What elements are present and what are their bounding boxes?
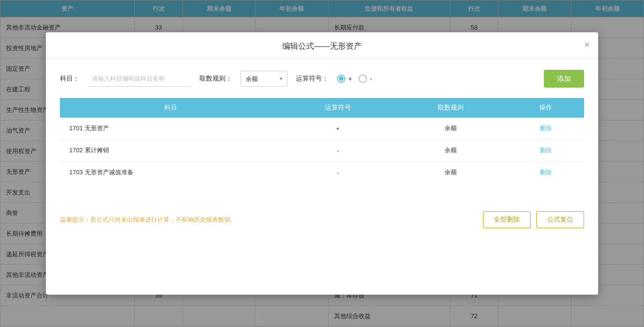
rule-select[interactable]: 余额 借方 贷方 借方发生额 贷方发生额 [241,71,287,87]
modal-overlay: 编辑公式——无形资产 × 科目： 取数规则： 余额 借方 贷方 借方发生额 贷方… [0,0,644,327]
table-row: 1703 无形资产减值准备 - 余额 删除 [60,162,584,184]
cell-rule: 余额 [394,118,507,140]
hint-text: 温馨提示：新公式只对未出报表进行计算，不影响历史报表数据。 [60,216,236,224]
formula-form-row: 科目： 取数规则： 余额 借方 贷方 借方发生额 贷方发生额 ▼ 运算符号： [60,70,584,88]
modal-body: 科目： 取数规则： 余额 借方 贷方 借方发生额 贷方发生额 ▼ 运算符号： [46,59,598,204]
cell-subject: 1701 无形资产 [60,118,281,140]
cell-action: 删除 [507,118,584,140]
cell-rule: 余额 [394,140,507,162]
operator-minus-radio[interactable]: - [359,74,372,83]
modal-header: 编辑公式——无形资产 × [46,32,598,59]
cell-action: 删除 [507,140,584,162]
delete-row-link[interactable]: 删除 [540,125,552,132]
modal-footer: 温馨提示：新公式只对未出报表进行计算，不影响历史报表数据。 全部删除 公式复位 [46,204,598,239]
subject-input[interactable] [88,71,191,87]
delete-row-link[interactable]: 删除 [540,169,552,176]
delete-row-link[interactable]: 删除 [540,147,552,154]
col-subject: 科目 [60,98,281,118]
rule-label: 取数规则： [199,74,232,83]
operator-minus-label: - [370,75,372,82]
cell-action: 删除 [507,162,584,184]
formula-table: 科目 运算符号 取数规则 操作 1701 无形资产 + 余额 删除 1702 累… [60,98,584,183]
cell-subject: 1703 无形资产减值准备 [60,162,281,184]
radio-minus-circle [359,74,367,83]
table-header-row: 科目 运算符号 取数规则 操作 [60,98,584,118]
cell-operator: + [281,118,394,140]
cell-subject: 1702 累计摊销 [60,140,281,162]
col-operator: 运算符号 [281,98,394,118]
table-row: 1701 无形资产 + 余额 删除 [60,118,584,140]
rule-select-wrap: 余额 借方 贷方 借方发生额 贷方发生额 ▼ [241,71,287,87]
close-button[interactable]: × [584,40,590,49]
reset-formula-button[interactable]: 公式复位 [536,211,584,228]
delete-all-button[interactable]: 全部删除 [483,211,531,228]
radio-plus-circle [337,74,345,83]
operator-plus-radio[interactable]: + [337,74,352,83]
col-action: 操作 [507,98,584,118]
cell-rule: 余额 [394,162,507,184]
cell-operator: - [281,162,394,184]
col-rule: 取数规则 [394,98,507,118]
table-row: 1702 累计摊销 - 余额 删除 [60,140,584,162]
operator-radio-group: + - [337,74,372,83]
subject-label: 科目： [60,74,80,83]
modal-title: 编辑公式——无形资产 [282,42,362,51]
add-button[interactable]: 添加 [544,70,584,88]
cell-operator: - [281,140,394,162]
operator-label: 运算符号： [296,74,329,83]
footer-buttons: 全部删除 公式复位 [483,211,584,228]
edit-formula-modal: 编辑公式——无形资产 × 科目： 取数规则： 余额 借方 贷方 借方发生额 贷方… [46,32,598,295]
operator-plus-label: + [348,75,352,82]
